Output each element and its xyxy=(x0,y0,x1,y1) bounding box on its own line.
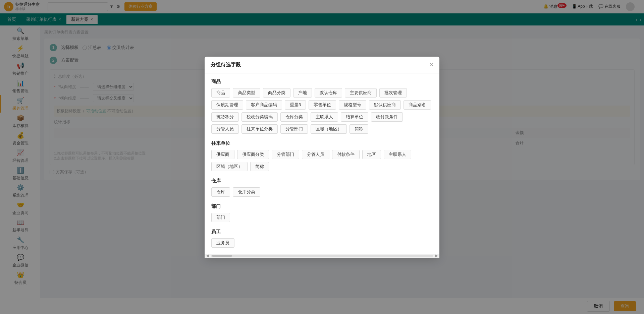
field-tag-warehouse-0[interactable]: 仓库 xyxy=(211,187,230,197)
field-tag-goods-19[interactable]: 收付款条件 xyxy=(371,112,403,122)
field-tag-goods-5[interactable]: 主要供应商 xyxy=(345,88,377,98)
modal-header: 分组待选字段 × xyxy=(205,57,439,73)
hscroll-right-arrow[interactable]: ▶ xyxy=(435,253,438,258)
field-tag-goods-16[interactable]: 仓库分类 xyxy=(280,112,308,122)
field-tag-goods-8[interactable]: 客户商品编码 xyxy=(246,100,282,110)
field-tag-partner-2[interactable]: 分管部门 xyxy=(272,150,299,159)
field-tag-goods-17[interactable]: 主联系人 xyxy=(311,112,338,122)
field-tag-staff-0[interactable]: 业务员 xyxy=(211,238,234,248)
field-tag-goods-11[interactable]: 规格型号 xyxy=(339,100,366,110)
modal-title: 分组待选字段 xyxy=(211,62,241,68)
field-tag-warehouse-1[interactable]: 仓库分类 xyxy=(233,187,260,197)
field-tag-goods-23[interactable]: 区域（地区） xyxy=(311,124,347,134)
field-tag-goods-22[interactable]: 分管部门 xyxy=(280,124,308,134)
field-group-goods-title: 商品 xyxy=(211,79,433,85)
field-tag-goods-20[interactable]: 分管人员 xyxy=(211,124,239,134)
field-group-warehouse-title: 仓库 xyxy=(211,178,433,184)
field-tag-goods-13[interactable]: 商品别名 xyxy=(404,100,431,110)
hscroll-track xyxy=(211,255,433,257)
field-group-dept: 部门 部门 xyxy=(211,203,433,222)
hscroll-left-arrow[interactable]: ◀ xyxy=(206,253,209,258)
field-tag-dept-0[interactable]: 部门 xyxy=(211,213,230,222)
field-tag-goods-2[interactable]: 商品分类 xyxy=(263,88,290,98)
modal-body[interactable]: 商品 商品 商品类型 商品分类 产地 默认仓库 主要供应商 批次管理 保质期管理… xyxy=(205,73,439,254)
field-group-partner-title: 往来单位 xyxy=(211,140,433,146)
field-tag-goods-21[interactable]: 往来单位分类 xyxy=(241,124,278,134)
field-tag-goods-18[interactable]: 结算单位 xyxy=(341,112,368,122)
field-tags-warehouse: 仓库 仓库分类 xyxy=(211,187,433,197)
field-tag-goods-10[interactable]: 零售单位 xyxy=(309,100,336,110)
field-tag-partner-6[interactable]: 主联系人 xyxy=(384,150,411,159)
modal: 分组待选字段 × 商品 商品 商品类型 商品分类 产地 默认仓库 主要供应商 批… xyxy=(205,57,439,258)
field-tags-goods: 商品 商品类型 商品分类 产地 默认仓库 主要供应商 批次管理 保质期管理 客户… xyxy=(211,88,433,134)
field-tag-goods-6[interactable]: 批次管理 xyxy=(379,88,407,98)
field-tag-partner-4[interactable]: 付款条件 xyxy=(332,150,360,159)
field-group-partner: 往来单位 供应商 供应商分类 分管部门 分管人员 付款条件 地区 主联系人 区域… xyxy=(211,140,433,171)
field-tag-goods-12[interactable]: 默认供应商 xyxy=(369,100,401,110)
field-tag-partner-0[interactable]: 供应商 xyxy=(211,150,234,159)
field-tag-goods-14[interactable]: 拣货积分 xyxy=(211,112,239,122)
field-tag-goods-9[interactable]: 重量3 xyxy=(285,100,306,110)
field-tag-partner-1[interactable]: 供应商分类 xyxy=(237,150,269,159)
field-group-staff: 员工 业务员 xyxy=(211,229,433,248)
field-group-staff-title: 员工 xyxy=(211,229,433,235)
field-tag-goods-24[interactable]: 简称 xyxy=(350,124,368,134)
modal-close-btn[interactable]: × xyxy=(430,61,433,68)
modal-hscroll[interactable]: ◀ ▶ xyxy=(205,254,439,258)
field-group-warehouse: 仓库 仓库 仓库分类 xyxy=(211,178,433,197)
field-tag-goods-15[interactable]: 税收分类编码 xyxy=(241,112,278,122)
field-tags-partner: 供应商 供应商分类 分管部门 分管人员 付款条件 地区 主联系人 区域（地区） … xyxy=(211,150,433,171)
field-tag-partner-5[interactable]: 地区 xyxy=(362,150,381,159)
modal-overlay: 分组待选字段 × 商品 商品 商品类型 商品分类 产地 默认仓库 主要供应商 批… xyxy=(0,0,644,314)
field-tag-goods-3[interactable]: 产地 xyxy=(293,88,312,98)
field-group-goods: 商品 商品 商品类型 商品分类 产地 默认仓库 主要供应商 批次管理 保质期管理… xyxy=(211,79,433,134)
field-tag-partner-7[interactable]: 区域（地区） xyxy=(211,162,248,171)
field-tags-staff: 业务员 xyxy=(211,238,433,248)
field-group-dept-title: 部门 xyxy=(211,203,433,209)
field-tag-goods-4[interactable]: 默认仓库 xyxy=(315,88,342,98)
field-tag-goods-0[interactable]: 商品 xyxy=(211,88,230,98)
hscroll-thumb[interactable] xyxy=(212,255,232,257)
field-tags-dept: 部门 xyxy=(211,213,433,222)
field-tag-partner-3[interactable]: 分管人员 xyxy=(302,150,329,159)
field-tag-goods-7[interactable]: 保质期管理 xyxy=(211,100,243,110)
field-tag-goods-1[interactable]: 商品类型 xyxy=(233,88,260,98)
field-tag-partner-8[interactable]: 简称 xyxy=(250,162,269,171)
